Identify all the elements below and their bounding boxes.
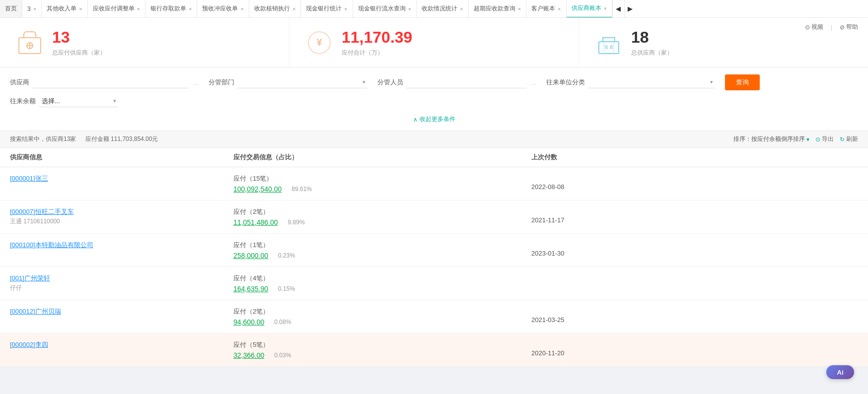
summary-bar: 13 总应付供应商（家） ¥ 11,170.39 应付合计（万） bbox=[0, 18, 868, 67]
summary-card-payable: ¥ 11,170.39 应付合计（万） bbox=[289, 18, 579, 67]
header-last-pay: 上次付数 bbox=[531, 153, 858, 162]
close-tab-cash-stat[interactable]: × bbox=[344, 6, 347, 12]
trans-label-0: 应付（15笔） bbox=[233, 174, 531, 183]
supplier-count: 13 bbox=[52, 28, 106, 47]
nav-tab-ar-ap[interactable]: 应收应付调整单 × bbox=[88, 0, 145, 18]
video-link[interactable]: ⊙ 视频 bbox=[805, 23, 823, 31]
nav-tab-3[interactable]: 3 × bbox=[22, 0, 42, 18]
trans-pct-5: 0.03% bbox=[274, 352, 291, 359]
close-tab-receipt-stat[interactable]: × bbox=[460, 6, 463, 12]
close-tab-cash-flow[interactable]: × bbox=[408, 6, 411, 12]
trans-amount-5[interactable]: 32,366.00 bbox=[233, 351, 264, 359]
filter-supplier: 供应商 ... bbox=[10, 76, 199, 88]
trans-amount-2[interactable]: 258,000.00 bbox=[233, 252, 268, 260]
close-tab-receipt[interactable]: × bbox=[292, 6, 295, 12]
close-tab-3[interactable]: × bbox=[33, 6, 36, 12]
export-button[interactable]: ⊙ 导出 bbox=[815, 135, 834, 143]
collapse-button[interactable]: ∧ 收起更多条件 bbox=[413, 115, 455, 124]
trans-amount-3[interactable]: 164,635.90 bbox=[233, 285, 268, 293]
refresh-icon: ↻ bbox=[840, 136, 845, 143]
summary-card2-content: 11,170.39 应付合计（万） bbox=[342, 28, 412, 57]
close-tab-bank[interactable]: × bbox=[189, 6, 192, 12]
nav-tab-receipt-stat[interactable]: 收款情况统计 × bbox=[417, 0, 468, 18]
supplier-info-col: [000001]张三 bbox=[10, 174, 233, 183]
close-tab-customer[interactable]: × bbox=[558, 6, 561, 12]
balance-select[interactable]: 选择... bbox=[39, 95, 118, 107]
close-tab-ar-ap[interactable]: × bbox=[137, 6, 140, 12]
nav-tab-cash-stat[interactable]: 现金银行统计 × bbox=[301, 0, 353, 18]
close-tab-overdue[interactable]: × bbox=[518, 6, 521, 12]
category-select[interactable] bbox=[588, 76, 715, 88]
transaction-col-2: 应付（1笔） 258,000.00 0.23% bbox=[233, 241, 531, 260]
nav-tab-home[interactable]: 首页 bbox=[0, 0, 22, 18]
dept-filter-label: 分管部门 bbox=[209, 78, 234, 87]
close-tab-prepaid[interactable]: × bbox=[240, 6, 243, 12]
transaction-col-1: 应付（2笔） 11,051,486.00 9.89% bbox=[233, 207, 531, 226]
supplier-card-icon bbox=[15, 28, 45, 58]
supplier-link-4[interactable]: [000012]广州贝瑞 bbox=[10, 307, 233, 316]
nav-tab-customer[interactable]: 客户账本 × bbox=[526, 0, 566, 18]
nav-tab-bank[interactable]: 银行存取款单 × bbox=[145, 0, 197, 18]
supplier-link-3[interactable]: [001]广州荣轩 bbox=[10, 274, 233, 283]
nav-tab-prepaid[interactable]: 预收冲应收单 × bbox=[197, 0, 249, 18]
payable-card-icon: ¥ bbox=[304, 28, 334, 58]
supplier-filter-input[interactable] bbox=[32, 76, 189, 88]
refresh-button[interactable]: ↻ 刷新 bbox=[840, 135, 858, 143]
trans-pct-1: 9.89% bbox=[288, 219, 305, 226]
svg-text:¥: ¥ bbox=[316, 37, 322, 48]
supplier-link-1[interactable]: [000007]恒旺二手叉车 bbox=[10, 207, 233, 216]
supplier-more-icon[interactable]: ... bbox=[193, 78, 199, 86]
ai-badge[interactable]: Ai bbox=[826, 365, 854, 379]
summary-card-suppliers: 13 总应付供应商（家） bbox=[0, 18, 289, 67]
supplier-info-col: [000100]本特勤油品有限公司 bbox=[10, 241, 233, 250]
trans-pct-0: 89.61% bbox=[291, 186, 312, 193]
trans-pct-2: 0.23% bbox=[278, 252, 295, 259]
person-filter-input[interactable] bbox=[406, 76, 526, 88]
person-more-icon[interactable]: ... bbox=[530, 78, 536, 86]
transaction-col-0: 应付（15笔） 100,092,540.00 89.61% bbox=[233, 174, 531, 193]
supplier-link-2[interactable]: [000100]本特勤油品有限公司 bbox=[10, 241, 233, 250]
help-link[interactable]: ⊘ 帮助 bbox=[840, 23, 858, 31]
supplier-link-5[interactable]: [000002]李四 bbox=[10, 340, 233, 349]
filter-row-1: 供应商 ... 分管部门 ▾ 分管人员 ... 往来单位分类 bbox=[10, 74, 858, 90]
query-button[interactable]: 查询 bbox=[725, 74, 760, 90]
last-pay-col-0: 2022-08-08 bbox=[531, 174, 858, 191]
nav-tab-overdue[interactable]: 超期应收款查询 × bbox=[469, 0, 526, 18]
top-actions: ⊙ 视频 | ⊘ 帮助 bbox=[805, 23, 858, 31]
supplier-count-label: 总应付供应商（家） bbox=[52, 49, 106, 57]
filter-person: 分管人员 ... bbox=[377, 76, 536, 88]
result-amount: 应付金额 111,703,854.00元 bbox=[85, 135, 158, 142]
total-supplier-label: 总供应商（家） bbox=[631, 49, 673, 57]
filter-category: 往来单位分类 ▾ bbox=[546, 76, 715, 88]
total-supplier-card-icon bbox=[594, 28, 624, 58]
nav-tab-supplier-book[interactable]: 供应商账本 × bbox=[567, 0, 612, 18]
table-row: [001]广州荣轩 仔仔 应付（4笔） 164,635.90 0.15% bbox=[0, 267, 868, 300]
nav-prev-arrow[interactable]: ◀ bbox=[612, 0, 624, 18]
filter-balance: 往来余额 选择... ▾ bbox=[10, 95, 199, 107]
dept-select[interactable] bbox=[237, 76, 367, 88]
sort-label: 排序：按应付余额倒序排序 ▾ bbox=[733, 135, 809, 143]
collapse-icon: ∧ bbox=[413, 116, 418, 123]
category-filter-label: 往来单位分类 bbox=[546, 78, 585, 87]
nav-tab-receipt[interactable]: 收款核销执行 × bbox=[249, 0, 301, 18]
nav-tab-other-income[interactable]: 其他收入单 × bbox=[42, 0, 87, 18]
top-nav: 首页 3 × 其他收入单 × 应收应付调整单 × 银行存取款单 × 预收冲应收单… bbox=[0, 0, 868, 18]
svg-rect-8 bbox=[605, 45, 608, 49]
trans-label-3: 应付（4笔） bbox=[233, 274, 531, 283]
trans-label-1: 应付（2笔） bbox=[233, 207, 531, 216]
close-tab-other-income[interactable]: × bbox=[79, 6, 82, 12]
trans-amount-1[interactable]: 11,051,486.00 bbox=[233, 218, 278, 226]
nav-next-arrow[interactable]: ▶ bbox=[624, 0, 636, 18]
filter-dept: 分管部门 ▾ bbox=[209, 76, 367, 88]
supplier-link-0[interactable]: [000001]张三 bbox=[10, 174, 233, 183]
close-tab-supplier-book[interactable]: × bbox=[604, 5, 607, 11]
transaction-col-4: 应付（2笔） 94,600.00 0.08% bbox=[233, 307, 531, 326]
export-icon: ⊙ bbox=[815, 136, 820, 143]
svg-rect-9 bbox=[610, 45, 613, 49]
nav-tab-cash-flow[interactable]: 现金银行流水查询 × bbox=[353, 0, 417, 18]
trans-pct-4: 0.08% bbox=[274, 319, 291, 326]
table-row: [000002]李四 应付（5笔） 32,366.00 0.03% 2020-1… bbox=[0, 333, 868, 367]
person-filter-label: 分管人员 bbox=[377, 78, 403, 87]
trans-amount-0[interactable]: 100,092,540.00 bbox=[233, 185, 282, 193]
trans-amount-4[interactable]: 94,600.00 bbox=[233, 318, 264, 326]
